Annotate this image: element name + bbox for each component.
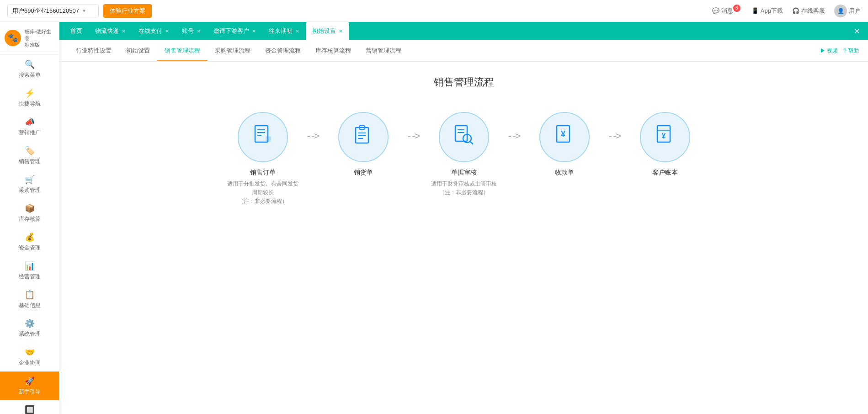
message-button[interactable]: 💬 消息 6 <box>712 7 742 15</box>
close-tab-period-start[interactable]: ✕ <box>295 28 299 34</box>
sub-tab-finance-flow[interactable]: 资金管理流程 <box>258 40 308 61</box>
flow-note-document-review: （注：非必要流程） <box>439 188 489 197</box>
user-selector[interactable]: 用户690企业1660120507 ▼ <box>7 5 99 17</box>
sidebar-item-app-center[interactable]: 🔲 应用中心 <box>0 400 59 414</box>
flow-item-receipt[interactable]: ¥ 收款单 <box>528 112 601 180</box>
nav-tabs-list: 首页物流快递✕在线支付✕账号✕邀请下游客户✕往来期初✕初始设置✕ <box>64 22 349 40</box>
app-download-button[interactable]: 📱 App下载 <box>751 7 783 15</box>
sidebar-item-enterprise-coop[interactable]: 🤝 企业协同 <box>0 343 59 372</box>
sidebar-item-search[interactable]: 🔍 搜索菜单 <box>0 55 59 84</box>
sidebar-item-sales[interactable]: 🏷️ 销售管理 <box>0 141 59 170</box>
quick-nav-icon: ⚡ <box>25 88 35 98</box>
sidebar-item-marketing[interactable]: 📣 营销推广 <box>0 112 59 141</box>
download-icon: 📱 <box>751 7 759 14</box>
sidebar-item-quick-nav[interactable]: ⚡ 快捷导航 <box>0 84 59 112</box>
sidebar-label-basic-info: 基础信息 <box>19 302 41 309</box>
flow-circle-sales-invoice <box>338 112 389 162</box>
sub-tab-inventory-flow[interactable]: 库存核算流程 <box>308 40 358 61</box>
nav-tab-label-logistics: 物流快递 <box>95 27 119 35</box>
sub-tab-label-purchase-flow: 采购管理流程 <box>215 47 250 54</box>
sidebar-label-system: 系统管理 <box>19 330 41 338</box>
video-link[interactable]: ▶ 视频 <box>820 47 838 55</box>
app-download-label: App下载 <box>761 7 783 15</box>
nav-tab-label-invite: 邀请下游客户 <box>213 27 249 35</box>
nav-tab-home[interactable]: 首页 <box>64 22 89 40</box>
online-service-button[interactable]: 🎧 在线客服 <box>792 7 825 15</box>
sidebar-label-operations: 经营管理 <box>19 273 41 281</box>
nav-tab-initial-setup[interactable]: 初始设置✕ <box>306 22 349 40</box>
marketing-icon: 📣 <box>25 117 35 127</box>
sub-tab-label-finance-flow: 资金管理流程 <box>265 47 301 54</box>
sidebar-item-purchase[interactable]: 🛒 采购管理 <box>0 170 59 199</box>
sub-tab-industry[interactable]: 行业特性设置 <box>69 40 119 61</box>
sidebar-label-inventory: 库存核算 <box>19 215 41 223</box>
sales-icon: 🏷️ <box>25 146 35 156</box>
sub-tab-marketing-flow[interactable]: 营销管理流程 <box>358 40 409 61</box>
nav-tab-label-home: 首页 <box>70 27 82 35</box>
user-menu[interactable]: 👤 用户 <box>834 5 861 17</box>
close-tab-account[interactable]: ✕ <box>197 28 201 34</box>
flow-icon-customer-account: ¥ <box>654 124 676 151</box>
nav-tab-account[interactable]: 账号✕ <box>176 22 207 40</box>
online-service-label: 在线客服 <box>801 7 825 15</box>
sidebar-item-system[interactable]: ⚙️ 系统管理 <box>0 314 59 343</box>
svg-text:🐾: 🐾 <box>8 33 18 43</box>
flow-item-sales-invoice[interactable]: 销货单 <box>327 112 400 180</box>
system-icon: ⚙️ <box>25 318 35 329</box>
arrow-icon-4: - -> <box>609 130 621 142</box>
operations-icon: 📊 <box>25 261 35 271</box>
finance-icon: 💰 <box>25 232 35 242</box>
svg-rect-6 <box>266 137 271 141</box>
user-selector-text: 用户690企业1660120507 <box>12 7 79 15</box>
sidebar-label-purchase: 采购管理 <box>19 186 41 194</box>
header-right: 💬 消息 6 📱 App下载 🎧 在线客服 👤 用户 <box>712 5 861 17</box>
flow-item-customer-account[interactable]: ¥ 客户账本 <box>628 112 702 180</box>
close-all-tabs[interactable]: ✕ <box>850 25 863 37</box>
flow-item-sales-order[interactable]: 销售订单 适用于分批发货、有合同发货周期较长（注：非必要流程） <box>226 112 299 206</box>
trial-button[interactable]: 体验行业方案 <box>103 4 152 18</box>
sub-tab-purchase-flow[interactable]: 采购管理流程 <box>208 40 258 61</box>
help-label: 帮助 <box>848 48 859 54</box>
sidebar-item-basic-info[interactable]: 📋 基础信息 <box>0 285 59 314</box>
sidebar-item-inventory[interactable]: 📦 库存核算 <box>0 199 59 228</box>
inventory-icon: 📦 <box>25 203 35 213</box>
header-left: 用户690企业1660120507 ▼ 体验行业方案 <box>7 4 152 18</box>
flow-desc-document-review: 适用于财务审核或主管审核 <box>431 180 497 188</box>
message-badge: 6 <box>733 5 740 12</box>
svg-line-16 <box>470 141 473 144</box>
app-center-icon: 🔲 <box>25 405 35 414</box>
nav-tab-invite[interactable]: 邀请下游客户✕ <box>207 22 262 40</box>
sidebar-item-new-guide[interactable]: 🚀 新手引导 <box>0 372 59 400</box>
sub-tab-actions: ▶ 视频 ? 帮助 <box>820 47 859 55</box>
user-name-label: 用户 <box>849 7 861 15</box>
sidebar-item-operations[interactable]: 📊 经营管理 <box>0 256 59 285</box>
flow-arrow-3: - -> <box>501 112 528 142</box>
close-tab-initial-setup[interactable]: ✕ <box>339 28 343 34</box>
sub-tab-sales-flow[interactable]: 销售管理流程 <box>157 40 208 61</box>
sidebar-item-finance[interactable]: 💰 资金管理 <box>0 228 59 256</box>
sub-tab-initial[interactable]: 初始设置 <box>119 40 157 61</box>
close-tab-invite[interactable]: ✕ <box>252 28 256 34</box>
headset-icon: 🎧 <box>792 7 799 14</box>
close-tab-payment[interactable]: ✕ <box>165 28 169 34</box>
flow-item-document-review[interactable]: 单据审核 适用于财务审核或主管审核（注：非必要流程） <box>427 112 501 197</box>
sub-tab-label-sales-flow: 销售管理流程 <box>165 47 200 54</box>
content-area: 首页物流快递✕在线支付✕账号✕邀请下游客户✕往来期初✕初始设置✕ ✕ 行业特性设… <box>59 22 868 414</box>
logo-icon: 🐾 <box>5 30 21 46</box>
svg-text:¥: ¥ <box>661 132 666 140</box>
help-link[interactable]: ? 帮助 <box>843 47 859 55</box>
flow-note-sales-order: （注：非必要流程） <box>238 197 288 206</box>
sidebar-label-enterprise-coop: 企业协同 <box>19 359 41 367</box>
sidebar-label-search: 搜索菜单 <box>19 71 41 79</box>
flow-name-customer-account: 客户账本 <box>652 169 678 177</box>
new-guide-icon: 🚀 <box>25 376 35 386</box>
sidebar-label-new-guide: 新手引导 <box>19 388 41 396</box>
avatar: 👤 <box>834 5 847 17</box>
nav-tab-payment[interactable]: 在线支付✕ <box>132 22 176 40</box>
nav-tab-period-start[interactable]: 往来期初✕ <box>262 22 306 40</box>
video-icon: ▶ <box>820 48 825 54</box>
close-tab-logistics[interactable]: ✕ <box>122 28 126 34</box>
nav-tab-logistics[interactable]: 物流快递✕ <box>89 22 132 40</box>
flow-diagram: 销售订单 适用于分批发货、有合同发货周期较长（注：非必要流程） - -> 销货单… <box>59 98 868 220</box>
svg-rect-12 <box>455 126 467 141</box>
